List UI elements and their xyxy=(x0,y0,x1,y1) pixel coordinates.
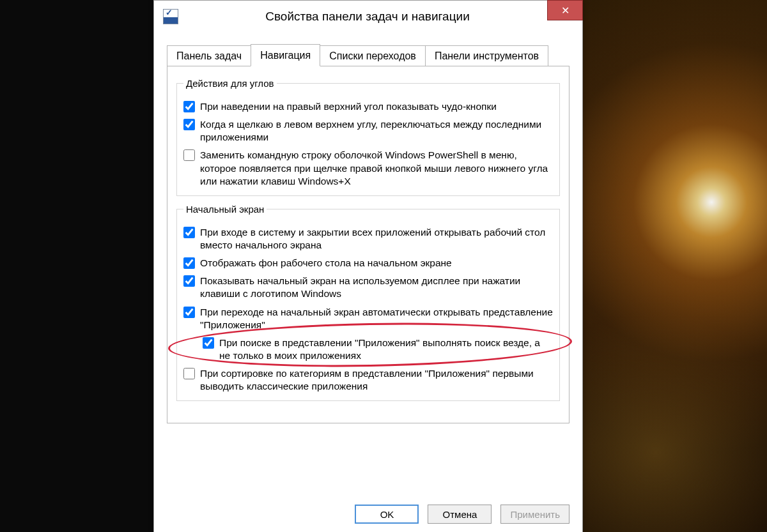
group-corner-legend: Действия для углов xyxy=(183,78,277,89)
checkbox-top-right-charms[interactable] xyxy=(183,101,195,112)
checkbox-sort-classic-first[interactable] xyxy=(183,368,195,379)
label-search-everywhere: При поиске в представлении "Приложения" … xyxy=(219,337,553,362)
label-sort-classic-first: При сортировке по категориям в представл… xyxy=(200,367,553,393)
label-desktop-on-signin: При входе в систему и закрытии всех прил… xyxy=(200,226,553,252)
titlebar: Свойства панели задач и навигации ✕ xyxy=(154,1,582,33)
label-top-left-switch: Когда я щелкаю в левом верхнем углу, пер… xyxy=(200,118,553,144)
label-powershell: Заменить командную строку оболочкой Wind… xyxy=(200,149,553,187)
option-desktop-on-signin[interactable]: При входе в систему и закрытии всех прил… xyxy=(183,226,553,252)
properties-dialog: Свойства панели задач и навигации ✕ Пане… xyxy=(153,0,583,532)
option-sort-classic-first[interactable]: При сортировке по категориям в представл… xyxy=(183,367,553,393)
dialog-body: Панель задач Навигация Списки переходов … xyxy=(154,33,582,532)
tab-jumplists[interactable]: Списки переходов xyxy=(320,45,426,66)
checkbox-top-left-switch[interactable] xyxy=(183,119,195,130)
tab-taskbar[interactable]: Панель задач xyxy=(167,45,251,66)
desktop-glow xyxy=(582,0,767,532)
option-powershell[interactable]: Заменить командную строку оболочкой Wind… xyxy=(183,149,553,187)
tab-toolbars[interactable]: Панели инструментов xyxy=(425,45,548,66)
app-icon xyxy=(163,9,178,24)
checkbox-powershell[interactable] xyxy=(183,149,195,161)
label-top-right-charms: При наведении на правый верхний угол пок… xyxy=(200,100,497,113)
tab-navigation[interactable]: Навигация xyxy=(251,44,320,66)
ok-button[interactable]: OK xyxy=(355,505,419,524)
tab-strip: Панель задач Навигация Списки переходов … xyxy=(167,44,582,66)
window-title: Свойства панели задач и навигации xyxy=(178,10,582,24)
tab-panel-navigation: Действия для углов При наведении на прав… xyxy=(167,66,569,423)
dialog-buttons: OK Отмена Применить xyxy=(355,505,569,524)
close-icon: ✕ xyxy=(561,4,569,17)
group-start-screen: Начальный экран При входе в систему и за… xyxy=(176,204,560,402)
desktop-background: Свойства панели задач и навигации ✕ Пане… xyxy=(0,0,767,532)
option-top-left-switch[interactable]: Когда я щелкаю в левом верхнем углу, пер… xyxy=(183,118,553,144)
checkbox-desktop-on-signin[interactable] xyxy=(183,227,195,238)
checkbox-search-everywhere[interactable] xyxy=(203,337,214,349)
option-top-right-charms[interactable]: При наведении на правый верхний угол пок… xyxy=(183,100,553,113)
option-search-everywhere[interactable]: При поиске в представлении "Приложения" … xyxy=(203,337,553,362)
checkbox-desktop-bg-start[interactable] xyxy=(183,257,195,269)
option-apps-view[interactable]: При переходе на начальный экран автомати… xyxy=(183,306,553,331)
label-apps-view: При переходе на начальный экран автомати… xyxy=(200,306,553,331)
apply-button[interactable]: Применить xyxy=(500,505,569,524)
label-start-on-display: Показывать начальный экран на используем… xyxy=(200,275,553,300)
group-start-legend: Начальный экран xyxy=(183,204,267,215)
close-button[interactable]: ✕ xyxy=(547,0,583,20)
option-start-on-display[interactable]: Показывать начальный экран на используем… xyxy=(183,275,553,300)
cancel-button[interactable]: Отмена xyxy=(428,505,492,524)
label-desktop-bg-start: Отображать фон рабочего стола на начальн… xyxy=(200,257,452,270)
option-desktop-bg-start[interactable]: Отображать фон рабочего стола на начальн… xyxy=(183,257,553,270)
checkbox-start-on-display[interactable] xyxy=(183,275,195,287)
group-corner-actions: Действия для углов При наведении на прав… xyxy=(176,78,560,196)
checkbox-apps-view[interactable] xyxy=(183,307,195,318)
